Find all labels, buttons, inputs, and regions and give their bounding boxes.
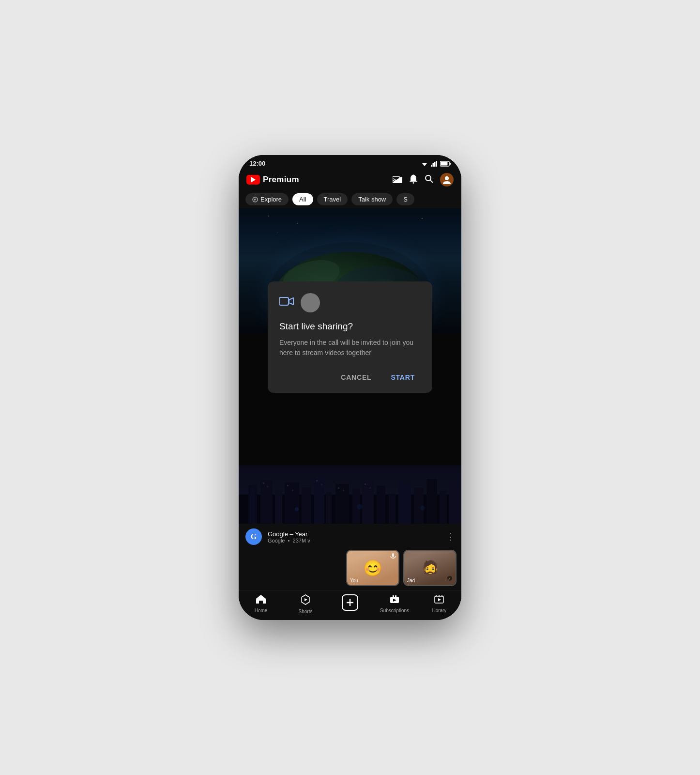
svg-point-14	[445, 176, 449, 180]
chip-travel[interactable]: Travel	[317, 193, 348, 205]
call-thumb-jad[interactable]: Jad ♪	[403, 550, 457, 586]
yt-logo-text: Premium	[263, 175, 299, 185]
svg-point-11	[413, 182, 414, 184]
signal-icon	[431, 161, 438, 167]
chip-travel-label: Travel	[324, 196, 341, 203]
cast-icon[interactable]	[393, 174, 402, 186]
svg-rect-44	[365, 483, 366, 485]
svg-rect-4	[434, 162, 436, 167]
svg-point-12	[426, 175, 431, 181]
start-button[interactable]: START	[385, 370, 421, 385]
video-channel-name: Google	[268, 538, 285, 543]
shorts-icon	[301, 594, 310, 607]
phone-screen: 12:00	[239, 155, 461, 620]
video-meta: Google • 237M v	[268, 538, 440, 543]
status-bar: 12:00	[239, 155, 461, 169]
chip-all-label: All	[299, 196, 306, 203]
svg-rect-39	[292, 490, 293, 491]
dialog-body: Everyone in the call will be invited to …	[279, 338, 421, 358]
status-icons	[421, 161, 451, 167]
nav-subscriptions[interactable]: Subscriptions	[372, 594, 417, 614]
home-icon	[256, 594, 266, 606]
svg-rect-40	[316, 480, 318, 481]
you-label: You	[350, 578, 358, 583]
add-button[interactable]	[342, 594, 358, 611]
svg-rect-21	[275, 490, 282, 524]
chip-more[interactable]: S	[396, 193, 414, 205]
svg-rect-3	[433, 163, 434, 167]
nav-add[interactable]	[328, 594, 372, 614]
svg-rect-28	[362, 481, 374, 524]
svg-rect-41	[321, 484, 322, 485]
svg-rect-56	[393, 595, 394, 597]
dialog-caller-avatar	[301, 293, 320, 312]
bell-icon[interactable]	[409, 174, 418, 186]
svg-rect-42	[338, 487, 339, 489]
cancel-button[interactable]: CANCEL	[335, 370, 377, 385]
video-options-icon[interactable]: ⋮	[446, 531, 455, 542]
svg-rect-49	[392, 553, 394, 557]
chip-talkshow[interactable]: Talk show	[351, 193, 393, 205]
svg-rect-29	[377, 486, 385, 524]
video-title: Google – Year	[268, 530, 440, 538]
avatar[interactable]	[440, 173, 454, 186]
phone-device: 12:00	[239, 155, 461, 620]
video-camera-icon	[279, 296, 294, 310]
chip-explore-label: Explore	[260, 196, 282, 203]
nav-home[interactable]: Home	[239, 594, 283, 614]
google-g-logo: G	[251, 532, 257, 541]
video-views: 237M v	[293, 538, 310, 543]
yt-premium-label: Premium	[263, 175, 299, 184]
svg-rect-25	[326, 492, 332, 524]
header-icons	[393, 173, 454, 186]
svg-point-46	[295, 507, 299, 511]
jad-status-icon: ♪	[447, 574, 453, 583]
nav-library[interactable]: Library	[417, 594, 461, 614]
svg-rect-35	[449, 484, 461, 524]
dialog-title: Start live sharing?	[279, 321, 421, 332]
svg-line-13	[430, 180, 433, 183]
svg-rect-33	[426, 479, 437, 524]
chip-all[interactable]: All	[292, 193, 313, 205]
shorts-label: Shorts	[299, 609, 313, 614]
home-label: Home	[255, 608, 268, 613]
svg-rect-7	[441, 162, 448, 165]
svg-rect-38	[287, 485, 289, 486]
svg-rect-34	[440, 491, 447, 524]
dialog-icons-row	[279, 293, 421, 312]
svg-rect-43	[343, 490, 344, 491]
svg-marker-59	[438, 598, 441, 601]
wifi-icon	[421, 161, 428, 167]
svg-rect-26	[335, 484, 349, 524]
svg-rect-16	[279, 297, 289, 305]
call-thumb-you[interactable]: You	[346, 550, 399, 586]
svg-rect-20	[260, 480, 273, 524]
svg-rect-22	[285, 482, 299, 524]
library-label: Library	[432, 608, 447, 613]
search-icon[interactable]	[425, 174, 433, 186]
svg-point-48	[420, 506, 425, 511]
svg-rect-8	[450, 163, 451, 165]
svg-rect-5	[436, 161, 438, 167]
battery-icon	[440, 161, 451, 167]
chip-talkshow-label: Talk show	[358, 196, 386, 203]
chip-explore[interactable]: Explore	[245, 193, 289, 205]
status-time: 12:00	[249, 160, 265, 167]
dialog-buttons: CANCEL START	[279, 370, 421, 385]
jad-label: Jad	[407, 578, 415, 583]
youtube-logo-icon	[246, 175, 260, 185]
video-info: Google – Year Google • 237M v	[268, 530, 440, 543]
video-item-google: G Google – Year Google • 237M v ⋮	[239, 524, 461, 550]
svg-rect-2	[431, 165, 432, 167]
dialog-overlay: Start live sharing? Everyone in the call…	[239, 208, 461, 465]
svg-rect-24	[314, 478, 324, 524]
svg-point-47	[357, 504, 363, 510]
mic-icon	[390, 553, 396, 561]
video-call-bar: You Jad ♪	[239, 550, 461, 590]
svg-rect-57	[395, 595, 396, 597]
nav-shorts[interactable]: Shorts	[283, 594, 328, 614]
google-channel-icon: G	[245, 528, 262, 545]
svg-rect-37	[267, 486, 268, 487]
city-background	[239, 465, 461, 524]
svg-rect-45	[369, 487, 371, 489]
